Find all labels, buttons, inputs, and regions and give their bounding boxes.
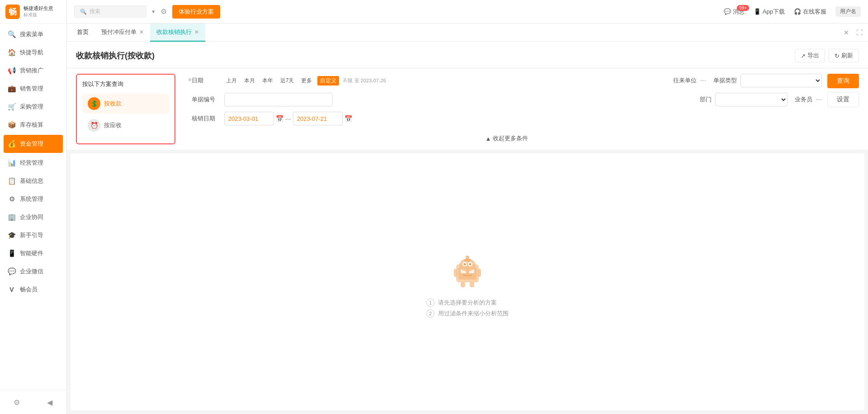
sidebar-item-label: 采购管理 xyxy=(20,103,43,111)
date-this-month[interactable]: 本月 xyxy=(242,76,257,86)
page-header: 收款核销执行(按收款) ↗ 导出 ↻ 刷新 xyxy=(67,42,868,68)
sidebar-item-label: 营销推广 xyxy=(20,67,43,75)
empty-tips: 1 请先选择要分析的方案 2 用过滤条件来缩小分析范围 xyxy=(426,299,509,318)
counterparty-field: 往来单位 ··· xyxy=(673,76,706,85)
tab-close-all-btn[interactable]: ✕ xyxy=(842,27,851,38)
sidebar-item-sales[interactable]: 💼 销售管理 xyxy=(0,80,66,98)
date-last-7days[interactable]: 近7天 xyxy=(278,76,296,86)
by-receivable-icon: ⏰ xyxy=(88,119,100,132)
date-label: 日期 xyxy=(192,76,217,85)
sidebar-item-quick-nav[interactable]: 🏠 快捷导航 xyxy=(0,43,66,62)
topbar-chevron-icon[interactable]: ▾ xyxy=(152,8,155,15)
service-button[interactable]: 🎧 在线客服 xyxy=(794,8,826,16)
tab-prepay[interactable]: 预付冲应付单 ✕ xyxy=(95,24,150,42)
sidebar-item-label: 搜索菜单 xyxy=(20,30,43,38)
sidebar-item-label: 智能硬件 xyxy=(20,249,43,257)
svg-rect-12 xyxy=(470,282,474,287)
sidebar-item-label: 企业协同 xyxy=(20,213,43,221)
sidebar-item-business[interactable]: 📊 经营管理 xyxy=(0,154,66,172)
user-button[interactable]: 用户名 xyxy=(835,6,861,17)
department-select[interactable] xyxy=(715,93,788,106)
date-last-month[interactable]: 上月 xyxy=(224,76,239,86)
sidebar-settings-btn[interactable]: ⚙ xyxy=(9,394,25,410)
topbar-search-box: 🔍 搜索 xyxy=(74,5,146,18)
sidebar: 畅 畅捷通好生意 标准版 🔍 搜索菜单 🏠 快捷导航 📢 营销推广 💼 销售管理… xyxy=(0,0,67,414)
topbar-gear-icon[interactable]: ⚙ xyxy=(160,7,167,16)
sidebar-collapse-btn[interactable]: ◀ xyxy=(42,394,58,410)
by-receipt-label: 按收款 xyxy=(104,100,122,108)
tab-home[interactable]: 首页 xyxy=(71,24,95,42)
filter-option-by-receipt[interactable]: 💲 按收款 xyxy=(82,94,169,114)
sidebar-item-system[interactable]: ⚙ 系统管理 xyxy=(0,190,66,208)
empty-tip-1: 1 请先选择要分析的方案 xyxy=(426,299,509,307)
sidebar-item-finance[interactable]: 💰 资金管理 xyxy=(4,135,63,153)
filter-row-3: 核销日期 📅 — 📅 xyxy=(192,112,822,125)
sidebar-item-wechat[interactable]: 💬 企业微信 xyxy=(0,262,66,281)
doc-type-select[interactable] xyxy=(741,74,822,87)
date-custom[interactable]: 自定义 xyxy=(317,76,339,86)
filter-row-1: 日期 上月 本月 本年 近7天 更多 自定义 不限 至 2023-07-26 往… xyxy=(192,74,822,87)
svg-point-14 xyxy=(466,256,469,259)
sidebar-item-guide[interactable]: 🎓 新手引导 xyxy=(0,226,66,244)
main-area: 🔍 搜索 ▾ ⚙ 体验行业方案 💬 消息 99+ 📱 App下载 🎧 在线客服 … xyxy=(67,0,868,414)
sidebar-item-enterprise[interactable]: 🏢 企业协同 xyxy=(0,208,66,226)
date-this-year[interactable]: 本年 xyxy=(260,76,275,86)
counterparty-dots: ··· xyxy=(700,76,706,85)
tab-prepay-close[interactable]: ✕ xyxy=(139,29,144,35)
collapse-more-btn[interactable]: ▲ 收起更多条件 xyxy=(192,131,822,144)
by-receipt-icon: 💲 xyxy=(88,97,100,110)
svg-rect-10 xyxy=(477,269,481,277)
refresh-label: 刷新 xyxy=(841,52,853,60)
message-button[interactable]: 💬 消息 99+ xyxy=(724,8,745,16)
system-icon: ⚙ xyxy=(7,195,16,204)
staff-label: 业务员 xyxy=(795,95,812,104)
filter-option-by-receivable[interactable]: ⏰ 按应收 xyxy=(82,115,169,135)
app-download-button[interactable]: 📱 App下载 xyxy=(754,8,785,16)
solution-button[interactable]: 体验行业方案 xyxy=(172,5,220,19)
export-icon: ↗ xyxy=(801,52,806,59)
date-no-limit: 不限 至 2023-07-26 xyxy=(343,77,386,84)
sidebar-item-search-menu[interactable]: 🔍 搜索菜单 xyxy=(0,25,66,43)
sidebar-footer: ⚙ ◀ xyxy=(0,390,66,414)
sidebar-item-basic-info[interactable]: 📋 基础信息 xyxy=(0,172,66,190)
logo-title: 畅捷通好生意 xyxy=(24,5,53,11)
verify-date-start-calendar-icon[interactable]: 📅 xyxy=(276,115,283,122)
tab-receipt-verify[interactable]: 收款核销执行 ✕ xyxy=(150,24,205,42)
tab-prepay-label: 预付冲应付单 xyxy=(101,28,137,36)
quick-nav-icon: 🏠 xyxy=(7,48,16,57)
query-button[interactable]: 查询 xyxy=(827,74,859,88)
verify-date-dash: — xyxy=(285,115,291,122)
tab-expand-btn[interactable]: ⛶ xyxy=(854,27,864,38)
verify-date-group: 📅 — 📅 xyxy=(224,112,352,125)
sidebar-item-purchase[interactable]: 🛒 采购管理 xyxy=(0,98,66,116)
sidebar-item-label: 系统管理 xyxy=(20,195,43,203)
sidebar-item-hardware[interactable]: 📱 智能硬件 xyxy=(0,244,66,262)
settings-button[interactable]: 设置 xyxy=(827,92,859,107)
sidebar-logo: 畅 畅捷通好生意 标准版 xyxy=(0,0,66,24)
empty-state: 1 请先选择要分析的方案 2 用过滤条件来缩小分析范围 xyxy=(71,153,864,410)
verify-date-end-calendar-icon[interactable]: 📅 xyxy=(344,115,352,122)
tab-receipt-verify-close[interactable]: ✕ xyxy=(194,29,199,35)
doc-no-input[interactable] xyxy=(224,93,333,106)
refresh-button[interactable]: ↻ 刷新 xyxy=(829,49,859,62)
page-title-row: 收款核销执行(按收款) ↗ 导出 ↻ 刷新 xyxy=(76,49,859,62)
message-icon: 💬 xyxy=(724,8,731,15)
svg-point-7 xyxy=(464,263,466,266)
sales-icon: 💼 xyxy=(7,84,16,93)
collapse-more-label: 收起更多条件 xyxy=(493,134,528,143)
marketing-icon: 📢 xyxy=(7,66,16,75)
verify-date-start-input[interactable] xyxy=(224,112,274,125)
staff-dots: ··· xyxy=(816,95,822,104)
sidebar-item-marketing[interactable]: 📢 营销推广 xyxy=(0,62,66,80)
export-label: 导出 xyxy=(807,52,819,60)
content-area: 收款核销执行(按收款) ↗ 导出 ↻ 刷新 按以下方案查询 xyxy=(67,42,868,414)
sidebar-item-inventory[interactable]: 📦 库存核算 xyxy=(0,116,66,134)
export-button[interactable]: ↗ 导出 xyxy=(795,49,825,62)
date-more[interactable]: 更多 xyxy=(299,76,314,86)
verify-date-label: 核销日期 xyxy=(192,114,217,123)
sidebar-item-label: 新手引导 xyxy=(20,231,43,239)
sidebar-item-label: 销售管理 xyxy=(20,85,43,93)
sidebar-item-member[interactable]: V 畅会员 xyxy=(0,281,66,299)
verify-date-end-input[interactable] xyxy=(293,112,343,125)
filter-collapse-icon[interactable]: » xyxy=(188,76,192,83)
